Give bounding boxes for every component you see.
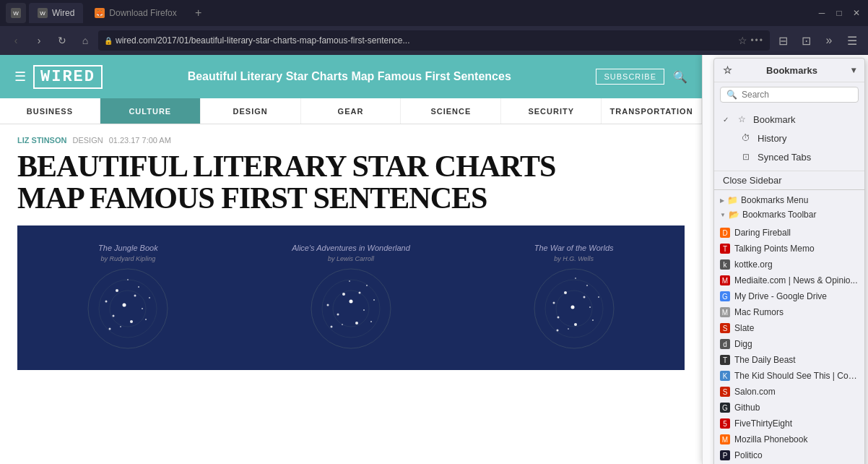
bookmark-item-politico[interactable]: P Politico [714,447,864,463]
wired-search-icon[interactable]: 🔍 [673,70,687,84]
bookmark-item-kottke[interactable]: k kottke.org [714,257,864,272]
bookmark-item-fivethirtyeight[interactable]: 5 FiveThirtyEight [714,416,864,431]
svg-point-7 [123,304,126,307]
address-bar[interactable]: 🔒 wired.com/2017/01/beautiful-literary-s… [98,30,770,51]
nav-business[interactable]: BUSINESS [0,98,100,124]
article-area: LIZ STINSON DESIGN 01.23.17 7:00 AM BEAU… [0,124,702,464]
favicon-kid-should-see: K [720,371,730,381]
label-talking-points-memo: Talking Points Memo [734,244,859,254]
svg-point-11 [120,326,121,327]
folder-1-label: Bookmarks Menu [741,195,808,205]
svg-point-34 [534,269,614,348]
svg-point-45 [552,302,555,304]
svg-point-23 [349,300,352,304]
new-tab-button[interactable]: + [188,3,209,23]
svg-point-49 [598,296,599,298]
check-icon: ✓ [723,116,729,124]
sidebar-toggle-button[interactable]: ⊡ [796,30,816,51]
svg-point-39 [570,306,574,309]
headline-line1: BEAUTIFUL LITERARY STAR CHARTS [17,150,685,182]
bookmark-star-icon[interactable]: ☆ [738,35,747,46]
tab-wired[interactable]: W Wired [29,3,83,23]
label-daily-beast: The Daily Beast [734,355,859,365]
svg-point-2 [88,269,168,348]
nav-gear[interactable]: GEAR [301,98,402,124]
bookmark-item-digg[interactable]: d Digg [714,336,864,352]
overflow-button[interactable]: » [819,30,839,51]
svg-point-13 [105,301,108,303]
bookmark-menu-item[interactable]: ✓ ☆ Bookmark [714,110,864,129]
bookmark-item-salon[interactable]: S Salon.com [714,384,864,400]
wired-menu-icon[interactable]: ☰ [14,69,26,85]
svg-point-37 [564,291,567,294]
wired-logo[interactable]: WIRED [33,65,103,89]
article-author[interactable]: LIZ STINSON [17,136,66,145]
subscribe-button[interactable]: SUBSCRIBE [596,69,664,85]
svg-point-8 [142,308,143,309]
label-mac-rumors: Mac Rumors [734,307,859,317]
bookmark-item-github[interactable]: G Github [714,400,864,416]
star-chart-2: Alice's Adventures in Wonderland by Lewi… [292,244,410,352]
menu-button[interactable]: ☰ [842,30,862,51]
close-sidebar-item[interactable]: Close Sidebar [714,171,864,189]
bookmarks-toolbar-folder[interactable]: ▼ 📂 Bookmarks Toolbar [714,207,864,222]
svg-point-4 [110,291,146,327]
bookmark-menu-label: Bookmark [753,114,796,125]
back-button[interactable]: ‹ [6,30,26,51]
svg-point-30 [370,321,372,322]
svg-point-25 [337,314,339,316]
favicon-kottke: k [720,259,730,270]
bookmark-item-mac-rumors[interactable]: M Mac Rumors [714,304,864,320]
bookmark-item-kid-should-see[interactable]: K The Kid Should See This | Cool ... [714,368,864,384]
search-box[interactable]: 🔍 [720,87,859,103]
address-more-button[interactable]: ••• [750,35,764,46]
label-slate: Slate [734,323,859,333]
bookmark-item-talking-points-memo[interactable]: T Talking Points Memo [714,241,864,257]
tab-firefox[interactable]: 🦊 Download Firefox [86,3,185,23]
star-chart-1: The Jungle Book by Rudyard Kipling [84,244,171,352]
synced-tabs-icon: ⊡ [740,151,752,163]
favicon-mac-rumors: M [720,307,730,317]
expand-icon[interactable]: ▾ [851,65,856,75]
label-github: Github [734,403,859,413]
wired-header-actions: SUBSCRIBE 🔍 [596,69,687,85]
search-input[interactable] [742,90,852,100]
svg-point-5 [116,289,118,292]
headline-line2: MAP FAMOUS FIRST SENTENCES [17,182,685,214]
library-button[interactable]: ⊟ [773,30,793,51]
bookmarks-menu-folder[interactable]: ▶ 📁 Bookmarks Menu [714,193,864,207]
history-menu-item[interactable]: ⏱ History [714,129,864,147]
bookmark-item-daring-fireball[interactable]: D Daring Fireball [714,225,864,241]
bookmark-item-mediaite[interactable]: M Mediaite.com | News & Opinio... [714,272,864,288]
tab-wired-favicon: W [38,8,48,18]
close-button[interactable]: ✕ [851,7,862,19]
svg-point-41 [557,317,559,319]
reload-button[interactable]: ↻ [52,30,72,51]
bookmark-item-mozilla-phonebook[interactable]: M Mozilla Phonebook [714,431,864,447]
forward-button[interactable]: › [29,30,49,51]
nav-culture[interactable]: CULTURE [100,98,201,124]
nav-design[interactable]: DESIGN [201,98,301,124]
bookmark-item-slate[interactable]: S Slate [714,320,864,336]
svg-point-24 [363,309,365,311]
favicon-daily-beast: T [720,355,730,365]
nav-science[interactable]: SCIENCE [401,98,501,124]
wired-header: ☰ WIRED Beautiful Literary Star Charts M… [0,55,702,98]
maximize-button[interactable]: □ [833,7,845,19]
svg-point-18 [311,269,391,348]
svg-point-28 [366,285,368,286]
bookmarks-dropdown: ☆ Bookmarks ▾ 🔍 ✓ ☆ Bookmark ⏱ Histo [713,58,865,464]
nav-transportation[interactable]: TRANSPORTATION [602,98,702,124]
synced-tabs-menu-label: Synced Tabs [758,152,811,163]
bookmark-item-daily-beast[interactable]: T The Daily Beast [714,352,864,368]
nav-security[interactable]: SECURITY [501,98,602,124]
home-button[interactable]: ⌂ [75,30,95,51]
chart1-title: The Jungle Book [98,244,158,252]
chart2-author: by Lewis Carroll [328,255,374,262]
label-salon: Salon.com [734,387,859,397]
bookmark-item-google-drive[interactable]: G My Drive - Google Drive [714,288,864,304]
tab-group: W W Wired 🦊 Download Firefox + [6,3,209,23]
minimize-button[interactable]: ─ [816,7,828,19]
folder-arrow-2: ▼ [720,212,726,218]
synced-tabs-menu-item[interactable]: ⊡ Synced Tabs [714,147,864,166]
